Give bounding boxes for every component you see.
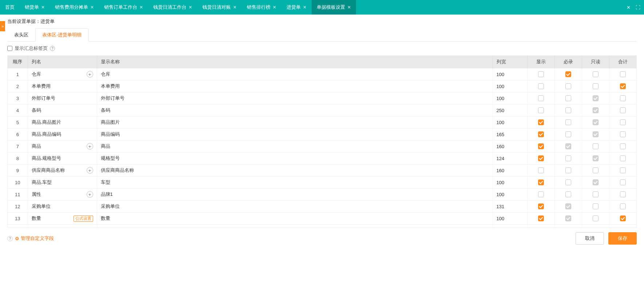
required-checkbox[interactable]	[565, 119, 571, 125]
show-checkbox[interactable]	[538, 143, 544, 149]
width-cell[interactable]: 100	[493, 80, 527, 92]
required-checkbox[interactable]	[565, 71, 571, 77]
display-name-cell[interactable]: 条码	[97, 104, 493, 116]
width-cell[interactable]: 160	[493, 140, 527, 153]
top-tab[interactable]: 钱货日清对账✕	[197, 0, 242, 15]
close-icon[interactable]: ✕	[233, 5, 237, 10]
display-name-cell[interactable]: 品牌1	[97, 189, 493, 201]
fullscreen-icon[interactable]: ⛶	[636, 5, 640, 10]
close-icon[interactable]: ✕	[273, 5, 276, 10]
show-checkbox[interactable]	[538, 119, 544, 125]
add-child-icon[interactable]: +	[87, 71, 93, 78]
total-checkbox[interactable]	[620, 83, 626, 89]
readonly-checkbox[interactable]	[593, 143, 598, 149]
readonly-checkbox[interactable]	[593, 167, 598, 173]
total-checkbox[interactable]	[620, 95, 626, 101]
inner-tab[interactable]: 表体区-进货单明细	[35, 28, 88, 41]
width-cell[interactable]: 250	[493, 104, 527, 116]
width-cell[interactable]: 160	[493, 165, 527, 177]
display-name-cell[interactable]: 车型	[97, 177, 493, 189]
width-cell[interactable]: 124	[493, 153, 527, 165]
close-icon[interactable]: ✕	[189, 5, 192, 10]
close-all-icon[interactable]: ✕	[627, 5, 631, 10]
top-tab[interactable]: 钱货日清工作台✕	[148, 0, 197, 15]
cancel-button[interactable]: 取消	[576, 232, 604, 245]
readonly-checkbox[interactable]	[593, 203, 598, 209]
readonly-checkbox[interactable]	[593, 71, 598, 77]
close-icon[interactable]: ✕	[139, 5, 143, 10]
show-checkbox[interactable]	[538, 83, 544, 89]
show-checkbox[interactable]	[538, 167, 544, 173]
required-checkbox[interactable]	[565, 167, 571, 173]
required-checkbox[interactable]	[565, 179, 571, 185]
total-checkbox[interactable]	[620, 107, 626, 113]
top-tab[interactable]: 销售费用分摊单✕	[50, 0, 99, 15]
display-name-cell[interactable]: 供应商商品名称	[97, 165, 493, 177]
display-name-cell[interactable]: 仓库	[97, 68, 493, 80]
required-checkbox[interactable]	[565, 95, 571, 101]
required-checkbox[interactable]	[565, 83, 571, 89]
show-checkbox[interactable]	[538, 155, 544, 161]
required-checkbox[interactable]	[565, 155, 571, 161]
readonly-checkbox[interactable]	[593, 215, 598, 221]
close-icon[interactable]: ✕	[347, 5, 351, 10]
width-cell[interactable]: 100	[493, 225, 527, 228]
show-checkbox[interactable]	[538, 215, 544, 221]
inner-tab[interactable]: 表头区	[7, 28, 35, 41]
width-cell[interactable]: 165	[493, 128, 527, 140]
display-name-cell[interactable]: 采购单位	[97, 201, 493, 213]
manage-custom-fields-link[interactable]: ⚙ 管理自定义字段	[15, 235, 54, 242]
footer-help-icon[interactable]: ?	[7, 236, 13, 241]
total-checkbox[interactable]	[620, 191, 626, 197]
display-name-cell[interactable]: 商品	[97, 140, 493, 153]
show-checkbox[interactable]	[538, 107, 544, 113]
total-checkbox[interactable]	[620, 143, 626, 149]
display-name-cell[interactable]: 商品图片	[97, 116, 493, 128]
display-name-cell[interactable]: 本单费用	[97, 80, 493, 92]
fields-table-scroll[interactable]: 顺序 列名 显示名称 列宽 显示 必录 只读 合计 1仓库+仓库1002本单费用…	[8, 56, 636, 227]
top-tab[interactable]: 销售订单工作台✕	[99, 0, 148, 15]
width-cell[interactable]: 100	[493, 189, 527, 201]
width-cell[interactable]: 131	[493, 201, 527, 213]
top-tab[interactable]: 进货单✕	[281, 0, 312, 15]
width-cell[interactable]: 100	[493, 92, 527, 104]
display-name-cell[interactable]: 商品编码	[97, 128, 493, 140]
add-child-icon[interactable]: +	[87, 143, 93, 150]
total-checkbox[interactable]	[620, 215, 626, 221]
total-checkbox[interactable]	[620, 179, 626, 185]
show-summary-tab-checkbox[interactable]	[7, 46, 12, 51]
readonly-checkbox[interactable]	[593, 83, 598, 89]
required-checkbox[interactable]	[565, 107, 571, 113]
total-checkbox[interactable]	[620, 155, 626, 161]
width-cell[interactable]: 100	[493, 116, 527, 128]
show-checkbox[interactable]	[538, 203, 544, 209]
total-checkbox[interactable]	[620, 203, 626, 209]
total-checkbox[interactable]	[620, 167, 626, 173]
total-checkbox[interactable]	[620, 131, 626, 137]
help-icon[interactable]: ?	[50, 46, 55, 51]
top-tab[interactable]: 单据模板设置✕	[312, 0, 356, 15]
sidebar-expand-handle[interactable]: »	[0, 21, 5, 31]
show-checkbox[interactable]	[538, 95, 544, 101]
show-checkbox[interactable]	[538, 179, 544, 185]
total-checkbox[interactable]	[620, 119, 626, 125]
display-name-cell[interactable]: 包装数量	[97, 225, 493, 228]
close-icon[interactable]: ✕	[90, 5, 94, 10]
required-checkbox[interactable]	[565, 191, 571, 197]
total-checkbox[interactable]	[620, 71, 626, 77]
width-cell[interactable]: 100	[493, 68, 527, 80]
show-checkbox[interactable]	[538, 191, 544, 197]
top-tab[interactable]: 销货单✕	[20, 0, 50, 15]
show-checkbox[interactable]	[538, 131, 544, 137]
formula-settings-tag[interactable]: 公式设置	[74, 215, 93, 222]
display-name-cell[interactable]: 数量	[97, 213, 493, 225]
show-checkbox[interactable]	[538, 71, 544, 77]
display-name-cell[interactable]: 规格型号	[97, 153, 493, 165]
close-icon[interactable]: ✕	[303, 5, 307, 10]
top-tab[interactable]: 销售排行榜✕	[242, 0, 281, 15]
readonly-checkbox[interactable]	[593, 191, 598, 197]
close-icon[interactable]: ✕	[41, 5, 45, 10]
width-cell[interactable]: 100	[493, 177, 527, 189]
width-cell[interactable]: 100	[493, 213, 527, 225]
add-child-icon[interactable]: +	[87, 191, 93, 198]
